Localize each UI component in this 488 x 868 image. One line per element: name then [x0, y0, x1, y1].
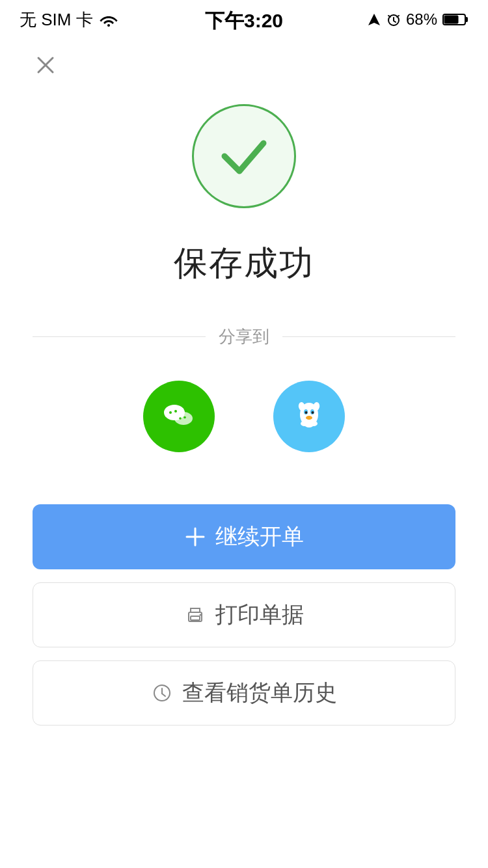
svg-rect-2: [465, 17, 468, 22]
svg-rect-26: [191, 616, 200, 620]
success-icon-circle: [192, 104, 296, 208]
divider-line-right: [282, 336, 455, 337]
svg-rect-3: [444, 16, 459, 24]
action-buttons-container: 继续开单 打印单据 查看销货单历史: [33, 504, 455, 726]
checkmark-icon: [215, 127, 273, 185]
printer-icon: [184, 604, 206, 626]
divider-line-left: [33, 336, 206, 337]
success-title: 保存成功: [174, 241, 314, 286]
no-sim-text: 无 SIM 卡: [20, 8, 93, 31]
svg-point-18: [305, 411, 308, 414]
wechat-icon: [157, 395, 200, 438]
continue-label: 继续开单: [215, 522, 304, 552]
clock-icon: [151, 682, 173, 704]
qq-share-button[interactable]: [273, 381, 345, 452]
continue-button[interactable]: 继续开单: [33, 504, 455, 569]
wechat-share-button[interactable]: [143, 381, 215, 452]
close-button[interactable]: [26, 46, 65, 85]
qq-icon: [288, 395, 331, 438]
history-label: 查看销货单历史: [182, 678, 337, 708]
plus-icon: [184, 526, 206, 548]
svg-point-11: [183, 416, 186, 419]
svg-point-20: [306, 416, 312, 420]
share-icons-container: [143, 381, 345, 452]
battery-percent: 68%: [406, 10, 437, 29]
svg-line-30: [162, 694, 165, 696]
battery-icon: [442, 13, 468, 26]
status-bar: 无 SIM 卡 下午3:20 68%: [0, 0, 488, 39]
print-label: 打印单据: [215, 600, 304, 630]
svg-point-10: [179, 417, 182, 420]
history-button[interactable]: 查看销货单历史: [33, 660, 455, 726]
svg-point-8: [169, 411, 172, 414]
status-time: 下午3:20: [205, 8, 283, 34]
svg-point-19: [312, 411, 314, 414]
svg-point-15: [305, 422, 314, 427]
svg-point-27: [200, 614, 202, 616]
svg-point-9: [174, 410, 177, 413]
status-left: 无 SIM 卡: [20, 8, 118, 31]
main-content: 保存成功 分享到: [0, 39, 488, 726]
status-right: 68%: [367, 10, 468, 29]
wifi-icon: [100, 12, 118, 27]
alarm-icon: [386, 12, 401, 27]
svg-point-7: [174, 412, 193, 425]
location-icon: [367, 12, 381, 27]
share-label: 分享到: [219, 325, 269, 348]
share-divider: 分享到: [33, 325, 455, 348]
print-button[interactable]: 打印单据: [33, 582, 455, 647]
